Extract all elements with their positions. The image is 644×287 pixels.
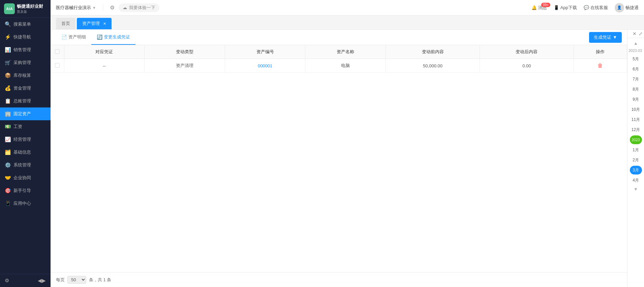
tab-asset-detail-label: 资产明细 <box>68 34 86 40</box>
notifications-button[interactable]: 🔔 消息 99+ <box>531 5 547 11</box>
download-icon: 📱 <box>554 5 559 10</box>
app-download-button[interactable]: 📱 App下载 <box>554 5 577 11</box>
sidebar-item-system[interactable]: ⚙️ 系统管理 <box>0 159 51 171</box>
col-change-type: 变动类型 <box>145 45 225 59</box>
user-menu[interactable]: 👤 畅捷通 <box>615 3 639 12</box>
month-8[interactable]: 8月 <box>630 85 642 94</box>
system-icon: ⚙️ <box>5 162 11 168</box>
ledger-icon: 📋 <box>5 98 11 104</box>
sidebar-item-purchase[interactable]: 🛒 采购管理 <box>0 56 51 69</box>
table-container: 对应凭证 变动类型 资产编号 资产名称 <box>51 45 627 272</box>
row-action: 🗑 <box>574 59 627 73</box>
right-panel: ✕ ⤢ ▲ 2023.03 5月 6月 7月 8月 9月 10月 11月 12月… <box>627 30 644 287</box>
topbar: 医疗器械行业演示 ▼ ⚙ ☁ 我要体验一下 🔔 消息 99+ 📱 App下载 💬… <box>51 0 644 15</box>
sidebar-item-basic-info[interactable]: 🗂️ 基础信息 <box>0 146 51 159</box>
app-center-icon: 📱 <box>5 200 11 206</box>
table-row: -- 资产清理 000001 电脑 <box>51 59 627 73</box>
month-7[interactable]: 7月 <box>630 75 642 84</box>
sidebar-nav: 🔍 搜索菜单 ⚡ 快捷导航 📊 销售管理 🛒 采购管理 📦 库存核算 💰 资金管… <box>0 18 51 274</box>
suggest-button[interactable]: ☁ 我要体验一下 <box>119 3 159 12</box>
sidebar-item-label: 资金管理 <box>13 85 31 91</box>
basic-info-icon: 🗂️ <box>5 149 11 155</box>
scroll-down-icon[interactable]: ▼ <box>627 185 644 193</box>
month-10[interactable]: 10月 <box>630 105 642 114</box>
date-scroll[interactable]: ▲ 2023.03 5月 6月 7月 8月 9月 10月 11月 12月 202… <box>627 38 644 287</box>
app-download-label: App下载 <box>560 5 577 11</box>
sidebar-item-operations[interactable]: 📈 经营管理 <box>0 133 51 146</box>
month-2[interactable]: 2月 <box>630 156 642 164</box>
search-icon: 🔍 <box>5 21 11 27</box>
month-12[interactable]: 12月 <box>630 125 642 134</box>
settings-gear-icon[interactable]: ⚙ <box>110 4 115 11</box>
settings-icon[interactable]: ⚙ <box>5 278 9 284</box>
month-9[interactable]: 9月 <box>630 95 642 104</box>
right-panel-close-icon[interactable]: ✕ <box>633 31 637 36</box>
sidebar-item-funds[interactable]: 💰 资金管理 <box>0 82 51 95</box>
enterprise-icon: 🤝 <box>5 175 11 181</box>
sidebar-item-payroll[interactable]: 💵 工资 <box>0 120 51 133</box>
content-panel: 📄 资产明细 🔄 变更生成凭证 生成凭证 ▼ <box>51 30 644 287</box>
right-panel-header: ✕ ⤢ <box>627 30 644 38</box>
year-label: 2023.03 <box>627 47 644 54</box>
sidebar-item-label: 应用中心 <box>13 200 31 206</box>
tab-home[interactable]: 首页 <box>56 18 75 29</box>
app-name: 畅捷通好业财 <box>17 3 43 9</box>
tab-home-label: 首页 <box>61 21 70 26</box>
per-page-select[interactable]: 50 10 20 100 <box>67 276 86 284</box>
payroll-icon: 💵 <box>5 124 11 130</box>
pagination: 每页 50 10 20 100 条，共 1 条 <box>51 272 627 287</box>
change-table: 对应凭证 变动类型 资产编号 资产名称 <box>51 45 627 73</box>
bell-icon: 🔔 <box>531 5 537 10</box>
generate-voucher-button[interactable]: 生成凭证 ▼ <box>589 32 622 43</box>
tab-asset-detail[interactable]: 📄 资产明细 <box>56 30 91 45</box>
user-name: 畅捷通 <box>625 5 639 11</box>
delete-row-icon[interactable]: 🗑 <box>597 63 603 68</box>
month-5[interactable]: 5月 <box>630 55 642 63</box>
month-4[interactable]: 4月 <box>630 176 642 185</box>
dropdown-icon: ▼ <box>92 6 96 10</box>
sidebar-item-quick-nav[interactable]: ⚡ 快捷导航 <box>0 31 51 43</box>
select-all-checkbox[interactable] <box>55 49 60 54</box>
month-6[interactable]: 6月 <box>630 65 642 73</box>
sidebar-item-guide[interactable]: 🎯 新手引导 <box>0 184 51 197</box>
guide-icon: 🎯 <box>5 188 11 194</box>
month-3-current[interactable]: 3月 <box>630 166 642 174</box>
collapse-icon[interactable]: ◀▶ <box>38 278 46 284</box>
sidebar-item-label: 总账管理 <box>13 98 31 104</box>
month-11[interactable]: 11月 <box>630 115 642 124</box>
tab-bar: 首页 资产管理 ✕ <box>51 15 644 30</box>
tab-close-icon[interactable]: ✕ <box>103 22 106 26</box>
tab-change-voucher[interactable]: 🔄 变更生成凭证 <box>91 30 135 45</box>
customer-service-button[interactable]: 💬 在线客服 <box>584 5 608 11</box>
sidebar-item-label: 快捷导航 <box>13 34 31 40</box>
sidebar-item-inventory[interactable]: 📦 库存核算 <box>0 69 51 82</box>
tab-asset-mgmt[interactable]: 资产管理 ✕ <box>77 18 112 29</box>
sidebar-item-search[interactable]: 🔍 搜索菜单 <box>0 18 51 31</box>
sidebar-item-label: 经营管理 <box>13 136 31 142</box>
sidebar-item-fixed-assets[interactable]: 🏢 固定资产 <box>0 107 51 120</box>
sidebar-item-label: 新手引导 <box>13 188 31 194</box>
quick-nav-icon: ⚡ <box>5 34 11 40</box>
right-panel-expand-icon[interactable]: ⤢ <box>639 31 643 36</box>
row-asset-code: 000001 <box>225 59 305 73</box>
change-voucher-icon: 🔄 <box>97 34 102 40</box>
scroll-up-icon[interactable]: ▲ <box>627 39 644 47</box>
topbar-right: 🔔 消息 99+ 📱 App下载 💬 在线客服 👤 畅捷通 <box>531 3 639 12</box>
app-version: 普及版 <box>17 9 43 14</box>
sidebar-item-enterprise[interactable]: 🤝 企业协同 <box>0 171 51 184</box>
fixed-assets-icon: 🏢 <box>5 111 11 117</box>
sidebar-item-sales[interactable]: 📊 销售管理 <box>0 43 51 56</box>
inventory-icon: 📦 <box>5 72 11 78</box>
dropdown-arrow-icon: ▼ <box>613 35 617 40</box>
sales-icon: 📊 <box>5 47 11 53</box>
year-2023-marker[interactable]: 2023 <box>630 135 642 144</box>
company-selector[interactable]: 医疗器械行业演示 ▼ <box>56 5 96 11</box>
row-checkbox[interactable] <box>55 63 60 68</box>
inner-tabs: 📄 资产明细 🔄 变更生成凭证 生成凭证 ▼ <box>51 30 627 45</box>
month-1[interactable]: 1月 <box>630 146 642 154</box>
sidebar-item-app-center[interactable]: 📱 应用中心 <box>0 197 51 210</box>
sidebar-bottom: ⚙ ◀▶ <box>0 274 51 287</box>
sidebar-item-ledger[interactable]: 📋 总账管理 <box>0 95 51 107</box>
row-after-change: 0.00 <box>480 59 574 73</box>
col-after-change: 变动后内容 <box>480 45 574 59</box>
